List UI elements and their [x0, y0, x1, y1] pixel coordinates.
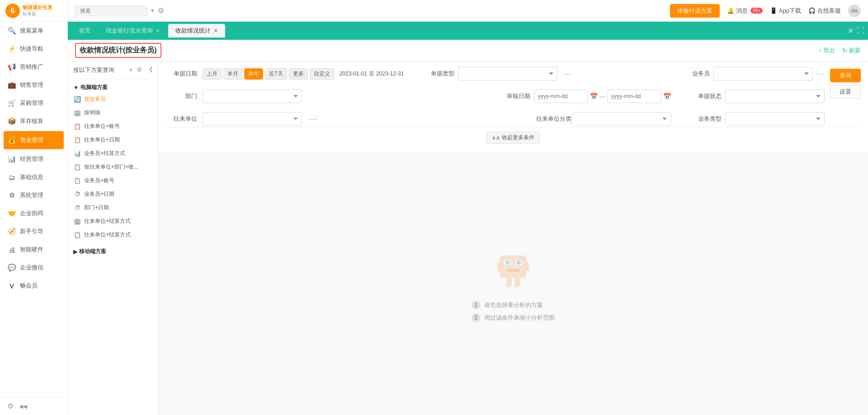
date-tab-last-month[interactable]: 上月 [203, 68, 222, 80]
sidebar-item-purchase[interactable]: 🛒 采购管理 [0, 94, 67, 112]
tab-bank-flow[interactable]: 现金银行流水查询 ✕ [99, 24, 167, 38]
counterparty-cat-select[interactable] [571, 112, 671, 126]
date-tabs: 上月 本月 本年 近7天 更多 自定义 [203, 68, 334, 80]
tree-group-desktop[interactable]: ▼ 电脑端方案 [68, 81, 158, 92]
left-panel-settings-btn[interactable]: ⚙ [137, 66, 142, 74]
header-search-input[interactable] [75, 5, 147, 16]
sidebar-item-quick-nav[interactable]: ⚡ 快捷导航 [0, 40, 67, 58]
salesman-select[interactable] [713, 67, 813, 80]
tree-item-dept-date[interactable]: ⏱ 部门+日期 [68, 201, 158, 214]
date-tab-custom[interactable]: 自定义 [310, 68, 334, 80]
salesman-more-icon[interactable]: ⋯ [816, 69, 825, 79]
tree-item-salesman-date[interactable]: ⏱ 业务员+日期 [68, 187, 158, 201]
review-date-from[interactable] [534, 90, 588, 103]
tip-text-2: 用过滤条件来缩小分析范围 [484, 314, 555, 322]
sidebar-item-member[interactable]: V 畅会员 [0, 277, 67, 295]
date-tab-this-year[interactable]: 本年 [244, 68, 263, 80]
counterparty-select[interactable] [203, 112, 302, 126]
app-download-btn[interactable]: 📱 App下载 [770, 7, 801, 15]
sidebar-settings-btn[interactable]: ⚙ [7, 402, 14, 410]
doc-type-label: 单据类型 [423, 70, 454, 78]
cal-icon-from[interactable]: 📅 [590, 93, 598, 100]
tree-group-mobile[interactable]: ▶ 移动端方案 [68, 245, 158, 256]
refresh-btn[interactable]: ↻ 刷新 [842, 47, 861, 55]
left-panel-collapse-btn[interactable]: 《 [146, 66, 152, 74]
tree-item-unit-date[interactable]: 📋 往来单位+日期 [68, 133, 158, 146]
dept-select[interactable] [203, 90, 302, 103]
sidebar-item-guide[interactable]: 🧭 新手引导 [0, 222, 67, 241]
sidebar-item-hardware[interactable]: 🖨 智能硬件 [0, 241, 67, 259]
tree-item-unit-payment2[interactable]: 📋 往来单位+结算方式 [68, 228, 158, 241]
settings-button[interactable]: 设置 [830, 85, 861, 99]
sidebar-item-wechat[interactable]: 💬 企业微信 [0, 259, 67, 277]
collapse-button[interactable]: ∧∧ 收起更多条件 [486, 132, 540, 144]
empty-tip-1: 1 请先选择要分析的方案 [472, 301, 555, 310]
doc-status-select[interactable] [725, 90, 825, 103]
svg-point-8 [505, 260, 510, 265]
tree-item-label: 往来单位+结算方式 [84, 231, 131, 239]
marketing-icon: 📢 [7, 62, 16, 71]
service-icon: 🎧 [808, 7, 816, 14]
counterparty-cat-label: 往来单位分类 [536, 115, 568, 123]
date-tab-this-month[interactable]: 本月 [223, 68, 242, 80]
sidebar-item-basic-info[interactable]: 🗂 基础信息 [0, 168, 67, 186]
biz-type-select[interactable] [725, 112, 825, 126]
trial-button[interactable]: 体验行业方案 [670, 4, 720, 18]
date-from: 2023-01-01 [340, 71, 367, 77]
sidebar-item-enterprise[interactable]: 🤝 企业协同 [0, 204, 67, 222]
tree-item-unit-payment1[interactable]: 🏢 往来单位+结算方式 [68, 214, 158, 228]
doc-status-label: 单据状态 [690, 92, 722, 100]
sidebar-footer: ⚙ ◀◀ [0, 397, 67, 415]
tree-item-by-detail[interactable]: 🏢 按明细 [68, 106, 158, 119]
tab-collection-stat-close[interactable]: ✕ [213, 28, 218, 34]
tree-item-salesman-payment[interactable]: 📊 业务员+结算方式 [68, 146, 158, 160]
sidebar-item-search-menu[interactable]: 🔍 搜索菜单 [0, 22, 67, 40]
user-avatar[interactable]: Rit [848, 5, 861, 17]
review-date-to[interactable] [607, 90, 661, 103]
guide-icon: 🧭 [7, 227, 16, 236]
counterparty-more-icon[interactable]: ⋯ [309, 114, 317, 124]
cal-icon-to[interactable]: 📅 [663, 93, 671, 100]
sidebar-item-label: 资金管理 [20, 136, 43, 144]
tab-bank-flow-close[interactable]: ✕ [156, 28, 160, 34]
sidebar-item-inventory[interactable]: 📦 库存核算 [0, 112, 67, 130]
sidebar-item-operations[interactable]: 📊 经营管理 [0, 150, 67, 168]
date-tab-more[interactable]: 更多 [289, 68, 308, 80]
left-panel-add-btn[interactable]: + [129, 66, 133, 74]
sidebar-item-finance[interactable]: 💰 资金管理 [4, 131, 64, 149]
query-button[interactable]: 查询 [830, 69, 861, 82]
tree-item-by-salesman[interactable]: 🔄 按业务员 [68, 92, 158, 106]
sidebar-item-label: 基础信息 [20, 173, 43, 181]
message-btn[interactable]: 🔔 消息 99+ [727, 7, 763, 15]
sidebar-item-label: 库存核算 [20, 117, 43, 125]
tree-item-unit-account[interactable]: 📋 往来单位+账号 [68, 119, 158, 133]
tab-collection-stat[interactable]: 收款情况统计 ✕ [168, 24, 225, 38]
tab-home[interactable]: 首页 [71, 24, 98, 38]
breadcrumb-dropdown-icon[interactable]: ▾ [151, 7, 154, 14]
left-panel-header: 按以下方案查询 + ⚙ 《 [68, 61, 158, 79]
refresh-label: 刷新 [849, 47, 861, 55]
filter-row-3: 往来单位 ⋯ 往来单位分类 [165, 112, 825, 126]
date-tab-7days[interactable]: 近7天 [265, 68, 287, 80]
sidebar-item-system[interactable]: ⚙ 系统管理 [0, 186, 67, 204]
sales-icon: 💼 [7, 80, 16, 90]
sidebar-collapse-btn[interactable]: ◀◀ [19, 403, 27, 410]
left-panel: 按以下方案查询 + ⚙ 《 ▼ 电脑端方案 🔄 [68, 61, 158, 415]
tree-item-unit-dept[interactable]: 📋 按往来单位+部门+收... [68, 160, 158, 174]
tab-bar: 首页 现金银行流水查询 ✕ 收款情况统计 ✕ ✕ ⛶ [68, 22, 868, 40]
online-service-btn[interactable]: 🎧 在线客服 [808, 7, 841, 15]
sidebar-item-marketing[interactable]: 📢 营销推广 [0, 58, 67, 76]
tree-item-salesman-account[interactable]: 📋 业务员+账号 [68, 174, 158, 187]
tab-fullscreen-btn[interactable]: ⛶ [857, 27, 864, 35]
doc-type-more-icon[interactable]: ⋯ [563, 69, 571, 79]
header-settings-icon[interactable]: ⚙ [158, 6, 164, 15]
sidebar-item-label: 采购管理 [20, 99, 43, 107]
export-btn[interactable]: ↑ 导出 [819, 47, 835, 55]
date-divider: — [599, 93, 605, 100]
doc-type-select[interactable] [458, 67, 557, 80]
tree-item-icon-dept-date: ⏱ [73, 203, 81, 212]
sidebar-item-sales[interactable]: 💼 销售管理 [0, 76, 67, 94]
sidebar-item-label: 销售管理 [20, 81, 43, 89]
main-area: ▾ ⚙ 体验行业方案 🔔 消息 99+ 📱 App下载 🎧 在线客服 [68, 0, 868, 415]
tab-close-all-btn[interactable]: ✕ [848, 27, 854, 35]
